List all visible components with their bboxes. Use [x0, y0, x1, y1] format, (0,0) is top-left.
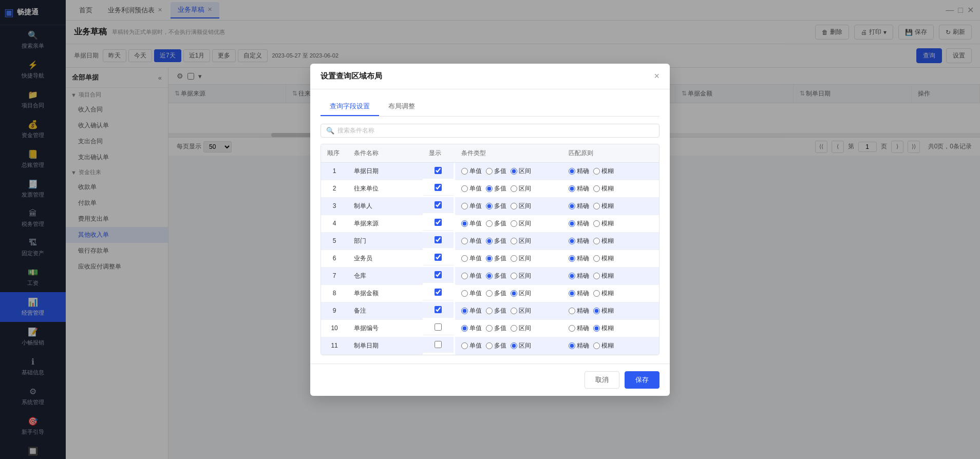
radio-exact-label[interactable]: 精确 [569, 202, 589, 211]
radio-fuzzy-label[interactable]: 模糊 [593, 324, 614, 333]
radio-fuzzy[interactable] [593, 185, 600, 192]
radio-multi-label[interactable]: 多值 [486, 289, 506, 298]
radio-single-label[interactable]: 单值 [461, 254, 482, 263]
row-show-checkbox[interactable] [435, 167, 442, 174]
radio-single-label[interactable]: 单值 [461, 307, 482, 315]
radio-fuzzy-label[interactable]: 模糊 [593, 167, 614, 176]
radio-range-label[interactable]: 区间 [511, 237, 531, 245]
radio-range-label[interactable]: 区间 [511, 219, 531, 228]
radio-range-label[interactable]: 区间 [511, 289, 531, 298]
radio-multi[interactable] [486, 308, 493, 314]
radio-exact[interactable] [569, 203, 575, 209]
radio-single-label[interactable]: 单值 [461, 272, 482, 280]
radio-fuzzy-label[interactable]: 模糊 [593, 202, 614, 211]
radio-fuzzy[interactable] [593, 238, 600, 244]
radio-single-label[interactable]: 单值 [461, 289, 482, 298]
radio-exact-label[interactable]: 精确 [569, 307, 589, 315]
row-show-checkbox[interactable] [435, 184, 442, 191]
radio-fuzzy-label[interactable]: 模糊 [593, 272, 614, 280]
row-show-checkbox[interactable] [435, 341, 442, 348]
radio-single-label[interactable]: 单值 [461, 219, 482, 228]
radio-multi-label[interactable]: 多值 [486, 167, 506, 176]
radio-fuzzy[interactable] [593, 168, 600, 175]
radio-fuzzy-label[interactable]: 模糊 [593, 289, 614, 298]
radio-exact[interactable] [569, 185, 575, 192]
radio-range[interactable] [511, 273, 517, 279]
radio-exact-label[interactable]: 精确 [569, 272, 589, 280]
radio-multi-label[interactable]: 多值 [486, 324, 506, 333]
radio-fuzzy[interactable] [593, 308, 600, 314]
radio-single[interactable] [461, 342, 468, 349]
radio-multi-label[interactable]: 多值 [486, 202, 506, 211]
radio-exact[interactable] [569, 168, 575, 175]
radio-range[interactable] [511, 290, 517, 297]
radio-range-label[interactable]: 区间 [511, 184, 531, 193]
row-show-checkbox[interactable] [435, 289, 442, 296]
radio-single[interactable] [461, 220, 468, 227]
modal-close-button[interactable]: × [654, 71, 659, 82]
radio-exact[interactable] [569, 273, 575, 279]
radio-multi-label[interactable]: 多值 [486, 184, 506, 193]
radio-fuzzy-label[interactable]: 模糊 [593, 254, 614, 263]
row-show-checkbox[interactable] [435, 201, 442, 208]
radio-multi-label[interactable]: 多值 [486, 219, 506, 228]
radio-range[interactable] [511, 342, 517, 349]
radio-single[interactable] [461, 203, 468, 209]
radio-fuzzy-label[interactable]: 模糊 [593, 219, 614, 228]
radio-exact[interactable] [569, 238, 575, 244]
radio-exact-label[interactable]: 精确 [569, 184, 589, 193]
radio-single[interactable] [461, 273, 468, 279]
radio-multi[interactable] [486, 220, 493, 227]
modal-tab-查询字段设置[interactable]: 查询字段设置 [321, 98, 379, 116]
radio-exact[interactable] [569, 342, 575, 349]
radio-single[interactable] [461, 308, 468, 314]
radio-fuzzy[interactable] [593, 220, 600, 227]
radio-range-label[interactable]: 区间 [511, 307, 531, 315]
radio-single[interactable] [461, 290, 468, 297]
radio-range-label[interactable]: 区间 [511, 167, 531, 176]
radio-fuzzy[interactable] [593, 273, 600, 279]
radio-exact-label[interactable]: 精确 [569, 219, 589, 228]
radio-exact[interactable] [569, 220, 575, 227]
radio-range[interactable] [511, 185, 517, 192]
modal-tab-布局调整[interactable]: 布局调整 [379, 98, 424, 116]
radio-exact[interactable] [569, 325, 575, 332]
radio-range-label[interactable]: 区间 [511, 324, 531, 333]
row-show-checkbox[interactable] [435, 306, 442, 313]
radio-single[interactable] [461, 325, 468, 332]
radio-exact-label[interactable]: 精确 [569, 167, 589, 176]
radio-single-label[interactable]: 单值 [461, 202, 482, 211]
radio-multi[interactable] [486, 168, 493, 175]
radio-exact-label[interactable]: 精确 [569, 324, 589, 333]
radio-multi[interactable] [486, 203, 493, 209]
radio-multi[interactable] [486, 238, 493, 244]
radio-fuzzy[interactable] [593, 342, 600, 349]
row-show-checkbox[interactable] [435, 323, 442, 331]
radio-multi[interactable] [486, 185, 493, 192]
radio-exact[interactable] [569, 308, 575, 314]
radio-single-label[interactable]: 单值 [461, 324, 482, 333]
radio-range[interactable] [511, 220, 517, 227]
radio-single-label[interactable]: 单值 [461, 167, 482, 176]
radio-fuzzy-label[interactable]: 模糊 [593, 237, 614, 245]
radio-range[interactable] [511, 203, 517, 209]
radio-exact[interactable] [569, 290, 575, 297]
radio-multi-label[interactable]: 多值 [486, 272, 506, 280]
radio-single[interactable] [461, 238, 468, 244]
radio-fuzzy[interactable] [593, 290, 600, 297]
radio-range[interactable] [511, 238, 517, 244]
radio-single-label[interactable]: 单值 [461, 237, 482, 245]
radio-multi-label[interactable]: 多值 [486, 341, 506, 350]
radio-single-label[interactable]: 单值 [461, 341, 482, 350]
radio-multi[interactable] [486, 290, 493, 297]
radio-single[interactable] [461, 185, 468, 192]
radio-fuzzy-label[interactable]: 模糊 [593, 341, 614, 350]
radio-exact-label[interactable]: 精确 [569, 254, 589, 263]
radio-range[interactable] [511, 325, 517, 332]
radio-exact-label[interactable]: 精确 [569, 237, 589, 245]
radio-fuzzy[interactable] [593, 203, 600, 209]
radio-exact-label[interactable]: 精确 [569, 289, 589, 298]
modal-search-input[interactable] [337, 127, 654, 134]
modal-cancel-button[interactable]: 取消 [585, 371, 619, 389]
radio-exact-label[interactable]: 精确 [569, 341, 589, 350]
